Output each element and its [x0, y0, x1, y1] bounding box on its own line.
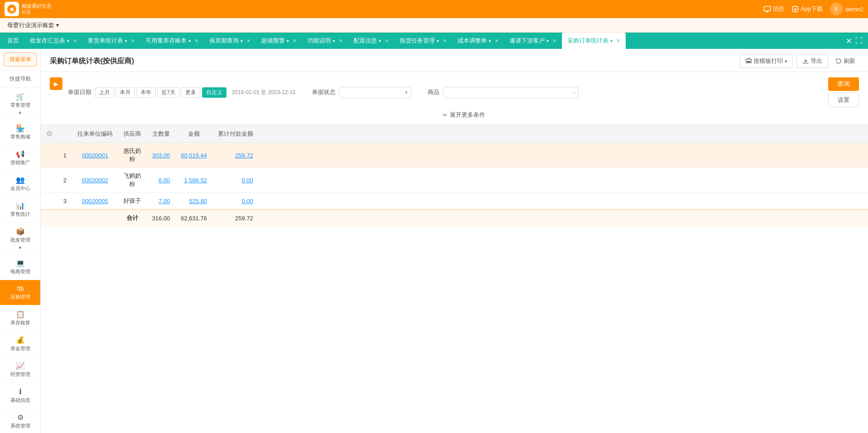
sidebar-item-finance_mgmt[interactable]: 💰资金管理	[0, 331, 40, 357]
row-settings	[41, 193, 58, 210]
gear-icon[interactable]: ⚙	[46, 130, 52, 138]
row-amount[interactable]: 60,519.44	[175, 143, 212, 168]
row-vendor-code[interactable]: 00020001	[72, 143, 118, 168]
sidebar-label-purchase_mgmt: 采购管理	[10, 294, 30, 300]
row-index: 1	[58, 143, 72, 168]
sidebar-item-retail_mgmt[interactable]: 🛒零售管理▴	[0, 88, 40, 119]
nav-tab-function_desc[interactable]: 功能说明▾✕	[302, 33, 348, 49]
nav-tab-invite_downstream[interactable]: 邀请下游客户▾✕	[504, 33, 562, 49]
date-btn-custom[interactable]: 自定义	[202, 87, 226, 98]
page-actions: 按模板打印 ▾ 导出 刷新	[740, 54, 859, 68]
nav-tab-config_info[interactable]: 配置信息▾✕	[348, 33, 394, 49]
tab-close-icon[interactable]: ✕	[443, 38, 447, 44]
export-btn[interactable]: 导出	[797, 54, 828, 68]
sidebar-item-purchase_mgmt[interactable]: 🛍采购管理	[0, 280, 40, 305]
table-row: 3 00020005 好孩子 7.00 525.80 0.00	[41, 193, 868, 210]
date-btn-last-month[interactable]: 上月	[95, 87, 114, 98]
date-btn-more[interactable]: 更多	[181, 87, 200, 98]
workspace-selector[interactable]: 母婴行业演示账套 ▾	[7, 21, 59, 29]
filter-more-section: 展开更多条件	[68, 111, 859, 119]
row-paid-amount[interactable]: 0.00	[212, 193, 259, 210]
app-download-btn[interactable]: App下载	[792, 5, 823, 13]
tab-label: 超储预警	[261, 37, 285, 45]
query-btn[interactable]: 查询	[828, 77, 859, 91]
row-main-qty[interactable]: 6.00	[146, 168, 175, 193]
sidebar-item-stock_check[interactable]: 📋库存核算	[0, 305, 40, 331]
quick-nav-btn[interactable]: 快捷导航	[2, 72, 38, 86]
nav-tab-pick_task[interactable]: 拣货任务管理▾✕	[394, 33, 452, 49]
tab-arrow-icon: ▾	[241, 38, 243, 43]
table-header-main-qty: 主数量	[146, 125, 175, 143]
chevron-down-icon: ▾	[56, 22, 59, 29]
row-vendor-code[interactable]: 00020005	[72, 193, 118, 210]
maximize-icon[interactable]: ⛶	[855, 37, 863, 45]
user-profile[interactable]: E demo2	[830, 3, 863, 15]
sidebar-label-ops_mgmt: 经营管理	[10, 371, 30, 378]
table-header-vendor-code: 往来单位编码	[72, 125, 118, 143]
tab-close-icon[interactable]: ✕	[131, 38, 135, 44]
table-header-amount: 金额	[175, 125, 212, 143]
date-btn-this-month[interactable]: 本月	[116, 87, 135, 98]
footer-label	[72, 209, 118, 227]
nav-tab-shelf_life[interactable]: 保质期查询▾✕	[204, 33, 256, 49]
search-menu-btn[interactable]: 搜索菜单	[4, 52, 37, 67]
sidebar-item-member_center[interactable]: 👥会员中心	[0, 171, 40, 197]
footer-spacer	[259, 209, 868, 227]
nav-tab-available_stock[interactable]: 可用量库存账本▾✕	[140, 33, 204, 49]
goods-input-more-icon[interactable]: ···	[571, 89, 577, 96]
sidebar-item-ops_mgmt[interactable]: 📈经营管理	[0, 357, 40, 383]
filter-toggle-btn[interactable]: ▶	[50, 77, 62, 90]
row-amount[interactable]: 525.80	[175, 193, 212, 210]
date-btn-7days[interactable]: 近7天	[157, 87, 179, 98]
row-paid-amount[interactable]: 0.00	[212, 168, 259, 193]
sidebar-item-system_mgmt[interactable]: ⚙系统管理	[0, 409, 40, 433]
goods-input[interactable]	[443, 87, 579, 98]
nav-tab-home[interactable]: 首页	[2, 33, 24, 49]
tab-close-icon[interactable]: ✕	[616, 38, 620, 44]
tab-close-icon[interactable]: ✕	[339, 38, 343, 44]
tab-arrow-icon: ▾	[547, 38, 549, 43]
tab-close-icon[interactable]: ✕	[194, 38, 198, 44]
tab-close-icon[interactable]: ✕	[246, 38, 250, 44]
sidebar-icon-ecommerce: 💻	[16, 259, 25, 267]
sidebar-item-retail_shop[interactable]: 🏪零售商城	[0, 119, 40, 145]
sidebar-item-marketing[interactable]: 📢营销推广	[0, 145, 40, 171]
sidebar-item-basic_info[interactable]: ℹ基础信息	[0, 383, 40, 409]
row-main-qty[interactable]: 303.00	[146, 143, 175, 168]
settings-btn[interactable]: 设置	[828, 93, 859, 107]
tab-close-icon[interactable]: ✕	[292, 38, 297, 44]
row-amount[interactable]: 1,586.52	[175, 168, 212, 193]
nav-tab-purchase_summary[interactable]: 采购订单统计表▾✕	[562, 33, 626, 49]
template-print-btn[interactable]: 按模板打印 ▾	[740, 54, 793, 68]
tab-close-icon[interactable]: ✕	[73, 38, 77, 44]
refresh-btn[interactable]: 刷新	[832, 55, 859, 67]
row-paid-amount[interactable]: 259.72	[212, 143, 259, 168]
nav-tab-overstock[interactable]: 超储预警▾✕	[256, 33, 302, 49]
nav-tab-collect_pay[interactable]: 收发存汇总表▾✕	[24, 33, 82, 49]
sidebar-item-wholesale_mgmt[interactable]: 📦批发管理▴	[0, 223, 40, 254]
nav-tab-order_summary[interactable]: 要货单统计表▾✕	[82, 33, 140, 49]
row-vendor-name: 惠氏奶粉	[118, 143, 146, 168]
tab-close-icon[interactable]: ✕	[385, 38, 389, 44]
sidebar-icon-retail_shop: 🏪	[16, 124, 25, 133]
tab-close-icon[interactable]: ✕	[495, 38, 499, 44]
expand-more-btn[interactable]: 展开更多条件	[442, 111, 485, 119]
tab-arrow-icon: ▾	[610, 38, 613, 43]
tab-label: 功能说明	[307, 37, 331, 45]
date-btn-this-year[interactable]: 本年	[137, 87, 156, 98]
nav-tab-cost_adjust[interactable]: 成本调整单▾✕	[452, 33, 504, 49]
row-main-qty[interactable]: 7.00	[146, 193, 175, 210]
tab-label: 邀请下游客户	[509, 37, 545, 45]
status-select[interactable]	[339, 87, 411, 98]
sidebar-label-marketing: 营销推广	[10, 159, 30, 166]
page-title: 采购订单统计表(按供应商)	[50, 57, 134, 66]
sidebar-item-ecommerce[interactable]: 💻电商管理	[0, 254, 40, 280]
footer-vendor: 合计	[118, 209, 146, 227]
sidebar-item-retail_stats[interactable]: 📊零售统计	[0, 197, 40, 223]
row-vendor-code[interactable]: 00020002	[72, 168, 118, 193]
close-tab-icon[interactable]: ✕	[846, 37, 852, 45]
sidebar-label-system_mgmt: 系统管理	[10, 423, 30, 429]
tab-close-icon[interactable]: ✕	[552, 38, 557, 44]
message-btn[interactable]: 消息	[764, 5, 784, 13]
tab-label: 配置信息	[354, 37, 377, 45]
